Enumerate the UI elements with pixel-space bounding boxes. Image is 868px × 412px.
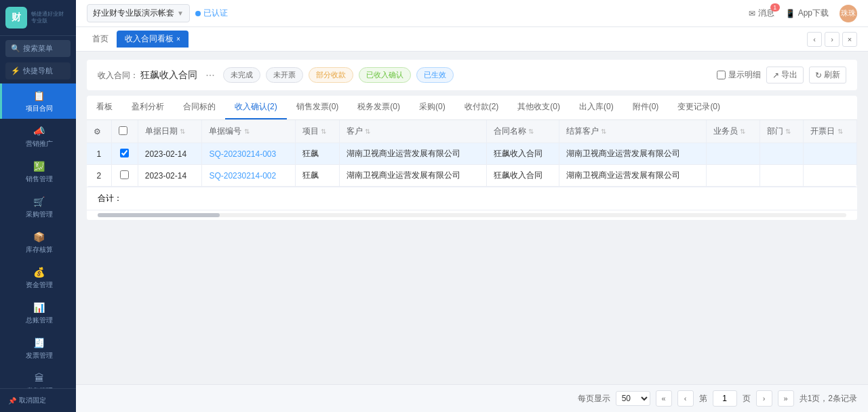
sidebar-item-general[interactable]: 📊 总账管理	[0, 295, 76, 331]
select-all-checkbox[interactable]	[119, 126, 127, 135]
tab-income-contract[interactable]: 收入合同看板 ×	[117, 31, 189, 48]
col-label-settlement_customer: 结算客户	[566, 126, 599, 136]
scroll-thumb[interactable]	[98, 213, 220, 217]
last-page-button[interactable]: »	[778, 390, 794, 407]
status-btn-部分收款[interactable]: 部分收款	[309, 67, 353, 83]
sort-icon-salesperson[interactable]: ⇅	[740, 128, 745, 135]
sort-icon-contract_name[interactable]: ⇅	[528, 128, 534, 135]
tab-nav-arrows: ‹ › ×	[807, 32, 857, 47]
sidebar-item-fund[interactable]: 💰 资金管理	[0, 260, 76, 295]
status-btn-未完成[interactable]: 未完成	[223, 67, 260, 83]
sort-icon-doc_no[interactable]: ⇅	[244, 128, 250, 135]
sidebar-item-tax[interactable]: 🏛 税务管理	[0, 366, 76, 388]
inner-tab-attachment[interactable]: 附件(0)	[623, 96, 669, 119]
th-doc_no: 单据编号 ⇅	[202, 120, 296, 143]
inner-tab-profit[interactable]: 盈利分析	[122, 96, 174, 119]
quick-nav-button[interactable]: ⚡ 快捷导航	[5, 62, 71, 79]
sort-icon-project[interactable]: ⇅	[321, 128, 326, 135]
tab-close-button[interactable]: ×	[842, 32, 857, 47]
status-btn-已生效[interactable]: 已生效	[416, 67, 454, 83]
more-options-button[interactable]: ···	[205, 69, 214, 81]
search-menu-button[interactable]: 🔍 搜索菜单	[5, 40, 71, 57]
gear-icon[interactable]: ⚙	[94, 127, 101, 136]
sidebar-item-marketing[interactable]: 📣 营销推广	[0, 119, 76, 154]
doc-link-0[interactable]: SQ-20230214-003	[209, 149, 276, 159]
page-size-select[interactable]: 2050100	[616, 391, 650, 406]
tab-prev-button[interactable]: ‹	[807, 32, 822, 47]
inner-tab-other_income[interactable]: 其他收支(0)	[508, 96, 570, 119]
table-header-row: ⚙单据日期 ⇅单据编号 ⇅项目 ⇅客户 ⇅合同名称 ⇅结算客户 ⇅业务员 ⇅部门…	[87, 120, 857, 143]
row-checkbox-0[interactable]	[111, 143, 138, 165]
sort-icon-settlement_customer[interactable]: ⇅	[601, 128, 606, 135]
row-num-1: 2	[87, 165, 111, 187]
message-button[interactable]: ✉ 消息 1	[749, 7, 774, 19]
export-icon: ↗	[772, 71, 779, 80]
inner-tab-change_log[interactable]: 变更记录(0)	[668, 96, 730, 119]
table-row[interactable]: 2 2023-02-14 SQ-20230214-002 狂飙 湖南卫视商业运营…	[87, 165, 857, 187]
next-page-button[interactable]: ›	[756, 390, 772, 407]
sidebar-item-project[interactable]: 📋 项目合同	[0, 83, 76, 119]
col-label-doc_no: 单据编号	[209, 126, 241, 136]
col-label-department: 部门	[767, 126, 783, 136]
inner-tab-payment[interactable]: 收付款(2)	[455, 96, 509, 119]
logo-icon: 财	[5, 7, 27, 29]
row-contract-1: 狂飙收入合同	[487, 165, 559, 187]
prev-page-button[interactable]: ‹	[677, 390, 694, 407]
sort-icon-open_date[interactable]: ⇅	[837, 128, 843, 135]
sidebar-label-sales: 销售管理	[26, 174, 53, 184]
page-number-input[interactable]	[713, 390, 737, 407]
sidebar-label-inventory: 库存核算	[26, 245, 53, 255]
app-download-button[interactable]: 📱 App下载	[785, 7, 829, 19]
inner-tab-kanban[interactable]: 看板	[87, 96, 122, 119]
sidebar-icon-purchase: 🛒	[33, 195, 46, 208]
sidebar-label-marketing: 营销推广	[26, 139, 53, 149]
sidebar-icon-invoice: 🧾	[33, 336, 46, 350]
row-date-0: 2023-02-14	[138, 143, 202, 165]
inner-tabs: 看板盈利分析合同标的收入确认(2)销售发票(0)税务发票(0)采购(0)收付款(…	[87, 96, 857, 120]
app-logo: 财 畅捷通好业财 专业版	[0, 0, 76, 36]
status-btn-未开票[interactable]: 未开票	[266, 67, 303, 83]
sidebar-label-invoice: 发票管理	[26, 351, 53, 360]
app-header: 好业财专业版演示帐套 ▼ 已认证 ✉ 消息 1 📱 App下载 珠珠	[76, 0, 868, 27]
row-checkbox-1[interactable]	[111, 165, 138, 187]
row-settlement-0: 湖南卫视商业运营发展有限公司	[559, 143, 706, 165]
row-salesperson-0	[707, 143, 760, 165]
th-open_date: 开票日 ⇅	[804, 120, 857, 143]
status-btn-已收入确认[interactable]: 已收入确认	[359, 67, 411, 83]
sidebar-item-sales[interactable]: 💹 销售管理	[0, 154, 76, 189]
row-project-0: 狂飙	[296, 143, 340, 165]
inner-tab-income_confirm[interactable]: 收入确认(2)	[225, 96, 287, 119]
sort-icon-customer[interactable]: ⇅	[365, 128, 370, 135]
export-button[interactable]: ↗ 导出	[766, 67, 804, 83]
tab-next-button[interactable]: ›	[825, 32, 840, 47]
refresh-button[interactable]: ↻ 刷新	[809, 67, 846, 83]
show-detail-checkbox[interactable]	[717, 71, 726, 79]
sidebar-item-invoice[interactable]: 🧾 发票管理	[0, 331, 76, 366]
unpin-button[interactable]: 📌 取消固定	[5, 393, 71, 408]
sidebar-item-inventory[interactable]: 📦 库存核算	[0, 225, 76, 260]
inner-tab-contract_criteria[interactable]: 合同标的	[174, 96, 225, 119]
show-detail-checkbox-label[interactable]: 显示明细	[717, 69, 761, 81]
total-info: 共1页，2条记录	[800, 393, 857, 405]
user-avatar[interactable]: 珠珠	[840, 5, 857, 22]
sidebar-bottom: 📌 取消固定	[0, 388, 76, 412]
sidebar-item-purchase[interactable]: 🛒 采购管理	[0, 189, 76, 225]
row-date-1: 2023-02-14	[138, 165, 202, 187]
inner-tab-sales_invoice[interactable]: 销售发票(0)	[287, 96, 349, 119]
inner-tab-tax_invoice[interactable]: 税务发票(0)	[348, 96, 410, 119]
sort-icon-department[interactable]: ⇅	[785, 128, 791, 135]
inner-tab-warehouse[interactable]: 出入库(0)	[570, 96, 623, 119]
phone-icon: 📱	[785, 9, 795, 18]
sidebar-label-fund: 资金管理	[26, 280, 53, 290]
company-selector[interactable]: 好业财专业版演示帐套 ▼	[87, 4, 190, 22]
table-row[interactable]: 1 2023-02-14 SQ-20230214-003 狂飙 湖南卫视商业运营…	[87, 143, 857, 165]
inner-tab-purchase[interactable]: 采购(0)	[410, 96, 455, 119]
search-icon: 🔍	[11, 44, 20, 53]
sort-icon-date[interactable]: ⇅	[180, 128, 185, 135]
doc-link-1[interactable]: SQ-20230214-002	[209, 171, 276, 181]
first-page-button[interactable]: «	[656, 390, 672, 407]
tab-close-icon[interactable]: ×	[176, 35, 180, 43]
logo-text: 畅捷通好业财 专业版	[31, 11, 64, 25]
tab-home[interactable]: 首页	[87, 31, 114, 48]
row-docno-0: SQ-20230214-003	[202, 143, 296, 165]
